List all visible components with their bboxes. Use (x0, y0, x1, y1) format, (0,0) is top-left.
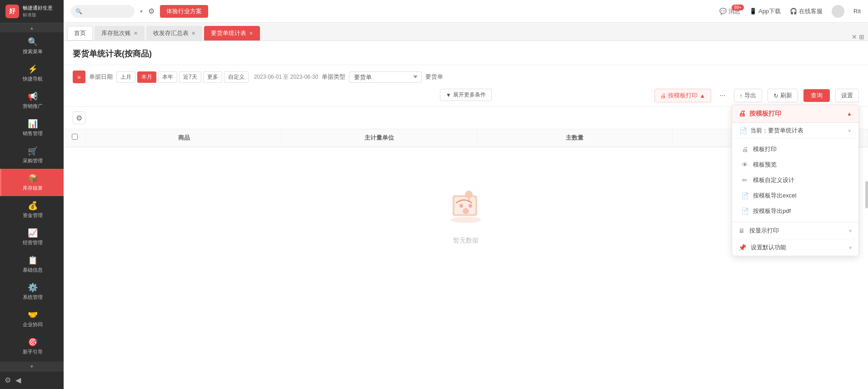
sidebar-item-collab[interactable]: 🤝 企业协同 (0, 305, 64, 333)
filter-expand-button[interactable]: » (73, 71, 85, 83)
sales-icon: 📊 (28, 119, 38, 129)
quicknav-icon: ⚡ (28, 64, 38, 74)
user-avatar[interactable] (832, 5, 844, 18)
sidebar-item-guide[interactable]: 🎯 新手引导 (0, 333, 64, 360)
collab-icon: 🤝 (28, 310, 38, 320)
dropdown-current-template[interactable]: 📄 当前：要货单统计表 ▾ (732, 123, 858, 139)
sidebar-item-search[interactable]: 🔍 搜索菜单 (0, 32, 64, 60)
sidebar-item-marketing[interactable]: 📢 营销推广 (0, 87, 64, 114)
sidebar-item-inventory[interactable]: 📦 库存核算 (0, 169, 64, 196)
expand-more-button[interactable]: ▼ 展开更多条件 (440, 89, 492, 101)
print-template-dropdown: 🖨 按模板打印 ▲ 📄 当前：要货单统计表 ▾ 🖨 模板打印 (732, 105, 859, 256)
tab-order-stats-close[interactable]: ✕ (249, 30, 253, 36)
sidebar-item-purchase[interactable]: 🛒 采购管理 (0, 141, 64, 169)
tab-receipts-summary-close[interactable]: ✕ (191, 30, 195, 36)
svg-point-0 (451, 217, 481, 223)
topbar-gear-icon[interactable]: ⚙ (148, 7, 155, 15)
tab-expand-icon[interactable]: ⊞ (859, 33, 864, 40)
app-download-button[interactable]: 📱 App下载 (749, 7, 781, 15)
inventory-icon: 📦 (28, 173, 38, 183)
cur-year-btn[interactable]: 本年 (158, 71, 177, 83)
topbar-actions: 💬 消息 99+ 📱 App下载 🎧 在线客服 Rit (719, 5, 861, 18)
customer-service-button[interactable]: 🎧 在线客服 (790, 7, 823, 15)
tab-receipts-summary[interactable]: 收发存汇总表 ✕ (146, 26, 202, 40)
empty-text: 暂无数据 (453, 237, 479, 245)
expand-more-icon: ▼ (446, 92, 451, 98)
message-badge: 99+ (732, 5, 744, 10)
resize-handle[interactable] (865, 181, 868, 208)
sidebar-item-sales[interactable]: 📊 销售管理 (0, 114, 64, 141)
dropdown-item-template-print[interactable]: 🖨 模板打印 (732, 141, 858, 157)
messages-button[interactable]: 💬 消息 99+ (719, 7, 740, 15)
set-default-chevron: ▾ (849, 244, 852, 251)
dropdown-template-items: 🖨 模板打印 👁 模板预览 ✏ 模板自定义设计 📄 按模板导出excel 📄 (732, 139, 858, 222)
page-title: 要货单统计表(按商品) (64, 41, 868, 65)
search-box[interactable]: 🔍 (71, 5, 135, 18)
col-unit: 主计量单位 (282, 129, 477, 147)
template-preview-icon: 👁 (741, 161, 748, 168)
tab-batch-account-close[interactable]: ✕ (134, 30, 138, 36)
dropdown-print-icon: 🖨 (738, 110, 746, 118)
dropdown-item-template-preview[interactable]: 👁 模板预览 (732, 157, 858, 172)
app-name: 畅捷通好生意 (23, 5, 53, 11)
system-icon: ⚙️ (28, 283, 38, 293)
column-settings-button[interactable]: ⚙ (73, 111, 85, 124)
export-icon: ↑ (740, 92, 743, 99)
app-version: 标准版 (23, 12, 53, 18)
sidebar-item-finance[interactable]: 💰 资金管理 (0, 196, 64, 223)
sidebar-item-system[interactable]: ⚙️ 系统管理 (0, 278, 64, 305)
dropdown-display-print[interactable]: 🖥 按显示打印 ▾ (732, 222, 858, 239)
date-label: 单据日期 (89, 73, 113, 81)
content-area: 要货单统计表(按商品) » 单据日期 上月 本月 本年 近7天 更多 自定义 2… (64, 41, 868, 389)
app-logo: 好 畅捷通好生意 标准版 (0, 0, 64, 23)
sidebar: 好 畅捷通好生意 标准版 ▲ 🔍 搜索菜单 ⚡ 快捷导航 📢 营销推广 📊 销售… (0, 0, 64, 389)
svg-point-4 (469, 204, 472, 207)
type-select[interactable]: 要货单 (349, 71, 422, 83)
export-button[interactable]: ↑ 导出 (734, 89, 763, 102)
tab-maximize-icon[interactable]: ✕ (852, 33, 857, 40)
dropdown-item-export-pdf[interactable]: 📄 按模板导出pdf (732, 203, 858, 219)
tab-batch-account[interactable]: 库存批次账 ✕ (95, 26, 145, 40)
tab-home[interactable]: 首页 (67, 26, 93, 40)
search-nav-icon: 🔍 (28, 37, 38, 47)
last7days-btn[interactable]: 近7天 (179, 71, 201, 83)
sidebar-footer: ⚙ ◀ (0, 371, 64, 389)
dropdown-header[interactable]: 🖨 按模板打印 ▲ (732, 105, 858, 123)
guide-icon: 🎯 (28, 337, 38, 347)
trial-button[interactable]: 体验行业方案 (160, 5, 208, 18)
more-actions-button[interactable]: ··· (717, 90, 728, 101)
query-button[interactable]: 查询 (803, 89, 830, 102)
export-excel-icon: 📄 (741, 192, 748, 199)
dropdown-item-template-design[interactable]: ✏ 模板自定义设计 (732, 172, 858, 188)
display-print-icon: 🖥 (738, 227, 745, 234)
logo-icon: 好 (5, 5, 19, 18)
more-date-btn[interactable]: 更多 (203, 71, 222, 83)
svg-point-3 (459, 204, 463, 207)
dropdown-set-default[interactable]: 📌 设置默认功能 ▾ (732, 239, 858, 256)
topbar-chevron-icon[interactable]: ▾ (140, 8, 143, 15)
main-area: 🔍 ▾ ⚙ 体验行业方案 💬 消息 99+ 📱 App下载 🎧 在线客服 Rit (64, 0, 868, 389)
custom-date-btn[interactable]: 自定义 (224, 71, 249, 83)
sidebar-item-basic[interactable]: 📋 基础信息 (0, 251, 64, 278)
settings-footer-icon[interactable]: ⚙ (5, 376, 11, 384)
template-design-icon: ✏ (741, 177, 748, 184)
print-template-button[interactable]: 🖨 按模板打印 ▲ (654, 89, 711, 102)
cur-month-btn[interactable]: 本月 (137, 71, 156, 83)
settings-button[interactable]: 设置 (835, 89, 859, 102)
sidebar-scroll-up[interactable]: ▲ (0, 23, 64, 32)
finance-icon: 💰 (28, 201, 38, 211)
select-all-checkbox[interactable] (72, 134, 78, 140)
sidebar-scroll-down[interactable]: ▼ (0, 362, 64, 371)
set-default-icon: 📌 (738, 244, 746, 251)
speaker-footer-icon[interactable]: ◀ (15, 376, 21, 384)
sidebar-item-quicknav[interactable]: ⚡ 快捷导航 (0, 60, 64, 87)
refresh-button[interactable]: ↻ 刷新 (768, 89, 798, 102)
current-template-chevron: ▾ (848, 127, 851, 134)
print-icon: 🖨 (660, 92, 666, 99)
dropdown-item-export-excel[interactable]: 📄 按模板导出excel (732, 188, 858, 203)
tab-order-stats[interactable]: 要货单统计表 ✕ (204, 26, 260, 40)
sidebar-item-operation[interactable]: 📈 经营管理 (0, 223, 64, 251)
prev-month-btn[interactable]: 上月 (116, 71, 135, 83)
dropdown-set-default-left: 📌 设置默认功能 (738, 243, 786, 252)
username-label: Rit (853, 8, 861, 15)
